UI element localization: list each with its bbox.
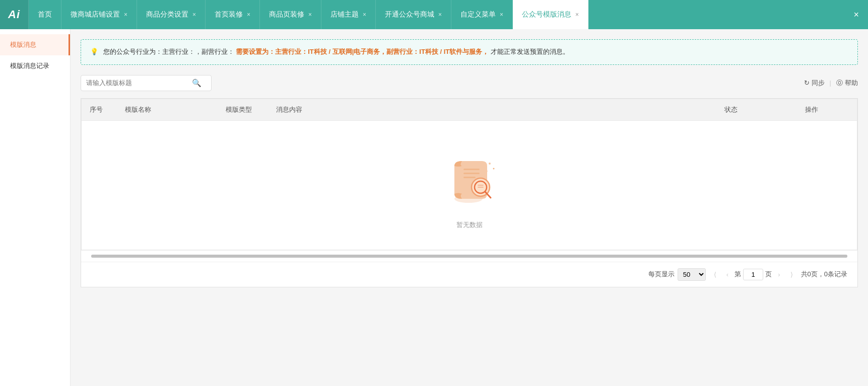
search-icon[interactable]: 🔍 bbox=[192, 79, 202, 88]
col-actions: 操作 bbox=[797, 99, 857, 120]
scrollbar-track bbox=[91, 255, 847, 258]
sidebar-item-template-msg-label: 模版消息 bbox=[10, 41, 36, 48]
svg-rect-2 bbox=[463, 173, 480, 174]
tab-category[interactable]: 商品分类设置 × bbox=[137, 0, 206, 29]
sync-button[interactable]: ↻ 同步 bbox=[804, 79, 825, 88]
tab-product-page-close[interactable]: × bbox=[308, 11, 312, 18]
tab-homepage-text: 首页装修 bbox=[215, 10, 243, 19]
data-table: 序号 模版名称 模版类型 消息内容 状态 操作 bbox=[81, 99, 857, 250]
sync-label: 同步 bbox=[812, 79, 825, 88]
search-bar: 🔍 ↻ 同步 | ⓪ 帮助 bbox=[81, 75, 858, 91]
help-button[interactable]: ⓪ 帮助 bbox=[836, 79, 858, 88]
col-content: 消息内容 bbox=[268, 99, 716, 120]
main-layout: 模版消息 模版消息记录 💡 您的公众号行业为：主营行业：，副营行业： 需要设置为… bbox=[0, 29, 868, 386]
tab-weishop-close[interactable]: × bbox=[124, 11, 127, 18]
tab-custom-menu-close[interactable]: × bbox=[500, 11, 503, 18]
tab-homepage-close[interactable]: × bbox=[247, 11, 250, 18]
tab-weishop-text: 微商城店铺设置 bbox=[71, 10, 120, 19]
app-logo: Ai bbox=[8, 8, 20, 21]
tab-home-text: 首页 bbox=[38, 10, 52, 19]
last-page-button[interactable]: ⟩ bbox=[786, 269, 797, 280]
sync-icon: ↻ bbox=[804, 79, 810, 87]
close-all-button[interactable]: × bbox=[844, 10, 868, 20]
col-status: 状态 bbox=[716, 99, 797, 120]
tab-product-page[interactable]: 商品页装修 × bbox=[260, 0, 321, 29]
page-navigation: ⟨ ‹ 第 页 › ⟩ bbox=[710, 269, 797, 280]
table-header-row: 序号 模版名称 模版类型 消息内容 状态 操作 bbox=[82, 99, 857, 120]
empty-state-icon bbox=[439, 151, 500, 211]
tab-template-msg-close[interactable]: × bbox=[575, 11, 579, 18]
page-input[interactable] bbox=[743, 269, 763, 280]
sidebar-item-template-msg[interactable]: 模版消息 bbox=[0, 34, 70, 55]
notice-banner: 💡 您的公众号行业为：主营行业：，副营行业： 需要设置为：主营行业：IT科技 /… bbox=[81, 39, 858, 65]
prev-page-button[interactable]: ‹ bbox=[722, 269, 732, 280]
tab-theme[interactable]: 店铺主题 × bbox=[321, 0, 376, 29]
svg-rect-3 bbox=[463, 177, 476, 178]
sidebar: 模版消息 模版消息记录 bbox=[0, 29, 71, 386]
search-right-actions: ↻ 同步 | ⓪ 帮助 bbox=[804, 79, 858, 88]
per-page-label: 每页显示 bbox=[648, 270, 675, 279]
scrollbar-thumb[interactable] bbox=[91, 255, 847, 258]
divider: | bbox=[830, 79, 831, 87]
tab-category-text: 商品分类设置 bbox=[146, 10, 188, 19]
notice-suffix: 才能正常发送预置的消息。 bbox=[491, 48, 569, 55]
col-type: 模版类型 bbox=[218, 99, 268, 120]
col-index: 序号 bbox=[82, 99, 117, 120]
per-page-dropdown[interactable]: 10 20 50 100 bbox=[678, 268, 706, 281]
svg-point-10 bbox=[493, 168, 494, 169]
page-label: 第 bbox=[735, 270, 741, 279]
tab-theme-text: 店铺主题 bbox=[330, 10, 359, 19]
tab-custom-menu-text: 自定义菜单 bbox=[460, 10, 496, 19]
tab-theme-close[interactable]: × bbox=[363, 11, 366, 18]
tab-template-msg[interactable]: 公众号模版消息 × bbox=[513, 0, 588, 29]
tab-product-page-text: 商品页装修 bbox=[269, 10, 304, 19]
tab-template-msg-text: 公众号模版消息 bbox=[522, 10, 571, 19]
tab-open-mall-text: 开通公众号商城 bbox=[385, 10, 434, 19]
tab-category-close[interactable]: × bbox=[192, 11, 196, 18]
notice-highlight: 需要设置为：主营行业：IT科技 / 互联网|电子商务，副营行业：IT科技 / I… bbox=[236, 48, 489, 55]
data-table-wrapper: 序号 模版名称 模版类型 消息内容 状态 操作 bbox=[81, 98, 858, 287]
tab-home[interactable]: Ai bbox=[0, 0, 29, 29]
svg-rect-1 bbox=[463, 169, 480, 170]
sidebar-item-template-msg-log-label: 模版消息记录 bbox=[10, 62, 49, 69]
tab-home-label[interactable]: 首页 bbox=[29, 0, 61, 29]
tab-weishop[interactable]: 微商城店铺设置 × bbox=[61, 0, 137, 29]
content-area: 💡 您的公众号行业为：主营行业：，副营行业： 需要设置为：主营行业：IT科技 /… bbox=[71, 29, 868, 386]
horizontal-scrollbar[interactable] bbox=[81, 250, 857, 262]
next-page-button[interactable]: › bbox=[774, 269, 784, 280]
tab-homepage[interactable]: 首页装修 × bbox=[206, 0, 260, 29]
pagination: 每页显示 10 20 50 100 ⟨ ‹ 第 页 › ⟩ bbox=[81, 262, 857, 287]
tab-open-mall-close[interactable]: × bbox=[438, 11, 442, 18]
help-icon: ⓪ bbox=[836, 79, 843, 88]
total-info: 共0页，0条记录 bbox=[801, 270, 847, 279]
tab-open-mall[interactable]: 开通公众号商城 × bbox=[376, 0, 451, 29]
per-page-selector: 每页显示 10 20 50 100 bbox=[648, 268, 706, 281]
first-page-button[interactable]: ⟨ bbox=[710, 269, 720, 280]
notice-prefix: 您的公众号行业为：主营行业：，副营行业： bbox=[103, 48, 234, 55]
search-input[interactable] bbox=[86, 79, 192, 87]
sidebar-item-template-msg-log[interactable]: 模版消息记录 bbox=[0, 55, 70, 76]
empty-state-text: 暂无数据 bbox=[456, 220, 483, 229]
notice-icon: 💡 bbox=[90, 48, 98, 55]
page-unit: 页 bbox=[765, 270, 772, 279]
help-label: 帮助 bbox=[845, 79, 858, 88]
empty-state: 暂无数据 bbox=[82, 121, 857, 250]
search-input-wrapper: 🔍 bbox=[81, 75, 212, 91]
tab-custom-menu[interactable]: 自定义菜单 × bbox=[451, 0, 513, 29]
svg-point-11 bbox=[487, 171, 488, 172]
svg-point-9 bbox=[489, 163, 491, 165]
col-name: 模版名称 bbox=[117, 99, 218, 120]
top-navigation: Ai 首页 微商城店铺设置 × 商品分类设置 × 首页装修 × 商品页装修 × … bbox=[0, 0, 868, 29]
